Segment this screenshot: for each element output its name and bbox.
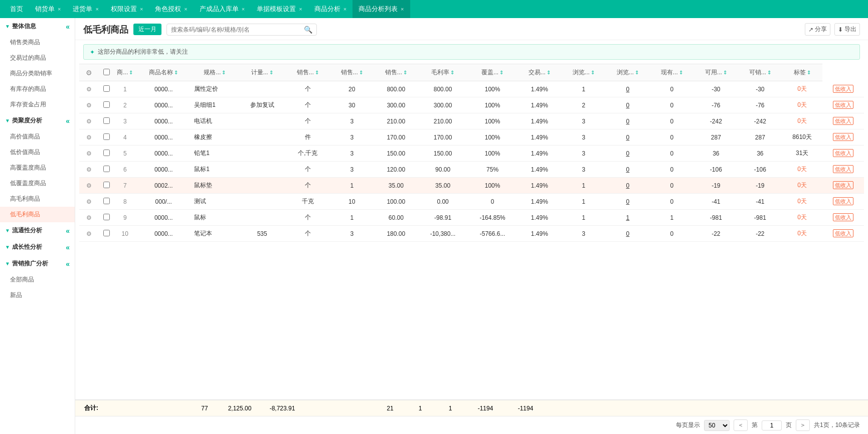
row-settings[interactable]: ⚙ (79, 129, 99, 146)
sort-icon[interactable]: ⇕ (591, 70, 595, 75)
filter-button[interactable]: 近一月 (133, 24, 161, 35)
table-container[interactable]: ⚙商...⇕商品名称⇕规格...⇕计量...⇕销售...⇕销售...⇕销售...… (75, 64, 868, 399)
next-page-button[interactable]: ＞ (796, 419, 810, 431)
row-checkbox[interactable] (99, 194, 114, 210)
col-header-settings[interactable]: ⚙ (79, 64, 99, 81)
nav-item-进货单[interactable]: 进货单× (67, 0, 104, 18)
row-checkbox[interactable] (99, 162, 114, 178)
row-views1[interactable]: 0 (606, 97, 650, 113)
sidebar-item-商品分类助销率[interactable]: 商品分类助销率 (0, 66, 75, 81)
sort-icon[interactable]: ⇕ (359, 70, 363, 75)
nav-item-商品分析列表[interactable]: 商品分析列表× (353, 0, 410, 18)
sidebar-item-高毛利商品[interactable]: 高毛利商品 (0, 191, 75, 207)
close-icon[interactable]: × (401, 6, 404, 12)
row-views1[interactable]: 0 (606, 194, 650, 210)
sidebar-item-销售类商品[interactable]: 销售类商品 (0, 35, 75, 50)
per-page-select[interactable]: 50 100 (704, 420, 730, 431)
collapse-icon[interactable]: « (66, 260, 70, 268)
row-checkbox[interactable] (99, 81, 114, 97)
sort-icon[interactable]: ⇕ (679, 70, 683, 75)
row-settings[interactable]: ⚙ (79, 162, 99, 178)
sort-icon[interactable]: ⇕ (315, 70, 319, 75)
row-checkbox[interactable] (99, 226, 114, 242)
share-button[interactable]: ↗ 分享 (805, 23, 830, 36)
row-settings[interactable]: ⚙ (79, 81, 99, 97)
close-icon[interactable]: × (343, 6, 346, 12)
row-checkbox[interactable] (99, 97, 114, 113)
row-views1[interactable]: 0 (606, 113, 650, 129)
sidebar-group-类聚度分析[interactable]: ▼类聚度分析« (0, 112, 75, 129)
collapse-icon[interactable]: « (66, 23, 70, 31)
nav-item-首页[interactable]: 首页 (4, 0, 29, 18)
collapse-icon[interactable]: « (66, 243, 70, 251)
row-views1[interactable]: 0 (606, 129, 650, 146)
export-button[interactable]: ⬇ 导出 (834, 23, 860, 36)
sidebar-item-库存资金占用[interactable]: 库存资金占用 (0, 97, 75, 112)
row-views1[interactable]: 1 (606, 210, 650, 226)
row-settings[interactable]: ⚙ (79, 178, 99, 194)
nav-item-角色授权[interactable]: 角色授权× (149, 0, 193, 18)
sidebar-item-新品[interactable]: 新品 (0, 287, 75, 303)
sidebar-item-全部商品[interactable]: 全部商品 (0, 272, 75, 287)
row-views1[interactable]: 0 (606, 162, 650, 178)
nav-item-产成品入库单[interactable]: 产成品入库单× (194, 0, 251, 18)
row-settings[interactable]: ⚙ (79, 97, 99, 113)
sidebar-item-交易过的商品[interactable]: 交易过的商品 (0, 50, 75, 66)
row-settings[interactable]: ⚙ (79, 146, 99, 162)
col-header-checkbox[interactable] (99, 64, 114, 81)
sidebar-item-低覆盖度商品[interactable]: 低覆盖度商品 (0, 176, 75, 191)
sort-icon[interactable]: ⇕ (403, 70, 407, 75)
search-input[interactable] (171, 26, 304, 33)
close-icon[interactable]: × (184, 6, 187, 12)
row-settings[interactable]: ⚙ (79, 226, 99, 242)
row-checkbox[interactable] (99, 113, 114, 129)
sort-icon[interactable]: ⇕ (269, 70, 273, 75)
row-views1[interactable]: 0 (606, 178, 650, 194)
sort-icon[interactable]: ⇕ (129, 70, 133, 75)
row-checkbox[interactable] (99, 129, 114, 146)
sidebar-group-营销推广分析[interactable]: ▼营销推广分析« (0, 255, 75, 272)
sidebar-item-高价值商品[interactable]: 高价值商品 (0, 129, 75, 144)
row-settings[interactable]: ⚙ (79, 113, 99, 129)
sidebar-item-低价值商品[interactable]: 低价值商品 (0, 144, 75, 160)
sidebar-item-低毛利商品[interactable]: 低毛利商品 (0, 207, 75, 222)
close-icon[interactable]: × (242, 6, 245, 12)
sort-icon[interactable]: ⇕ (767, 70, 771, 75)
nav-item-销货单[interactable]: 销货单× (29, 0, 67, 18)
sort-icon[interactable]: ⇕ (723, 70, 727, 75)
prev-page-button[interactable]: ＜ (734, 419, 748, 431)
sort-icon[interactable]: ⇕ (547, 70, 551, 75)
select-all-checkbox[interactable] (103, 69, 110, 75)
row-checkbox[interactable] (99, 178, 114, 194)
row-checkbox[interactable] (99, 210, 114, 226)
collapse-icon[interactable]: « (66, 117, 70, 125)
sort-icon[interactable]: ⇕ (807, 70, 811, 75)
nav-item-商品分析[interactable]: 商品分析× (308, 0, 353, 18)
settings-icon[interactable]: ⚙ (86, 69, 92, 77)
row-views1[interactable]: 0 (606, 81, 650, 97)
sort-icon[interactable]: ⇕ (499, 70, 503, 75)
sidebar-group-成长性分析[interactable]: ▼成长性分析« (0, 239, 75, 255)
search-icon[interactable]: 🔍 (304, 26, 312, 34)
row-views1[interactable]: 0 (606, 146, 650, 162)
sidebar-group-流通性分析[interactable]: ▼流通性分析« (0, 222, 75, 239)
sort-icon[interactable]: ⇕ (222, 70, 226, 75)
row-settings[interactable]: ⚙ (79, 194, 99, 210)
page-number-input[interactable] (762, 420, 782, 430)
row-views1[interactable]: 0 (606, 226, 650, 242)
sidebar-group-整体信息[interactable]: ▼整体信息« (0, 18, 75, 35)
sort-icon[interactable]: ⇕ (635, 70, 639, 75)
close-icon[interactable]: × (299, 6, 302, 12)
sort-icon[interactable]: ⇕ (174, 70, 178, 75)
nav-item-权限设置[interactable]: 权限设置× (105, 0, 149, 18)
row-settings[interactable]: ⚙ (79, 210, 99, 226)
close-icon[interactable]: × (140, 6, 143, 12)
close-icon[interactable]: × (58, 6, 61, 12)
sidebar-item-高覆盖度商品[interactable]: 高覆盖度商品 (0, 160, 75, 176)
close-icon[interactable]: × (95, 6, 98, 12)
collapse-icon[interactable]: « (66, 227, 70, 235)
row-checkbox[interactable] (99, 146, 114, 162)
sort-icon[interactable]: ⇕ (450, 70, 454, 75)
nav-item-单据模板设置[interactable]: 单据模板设置× (251, 0, 308, 18)
sidebar-item-有库存的商品[interactable]: 有库存的商品 (0, 81, 75, 97)
